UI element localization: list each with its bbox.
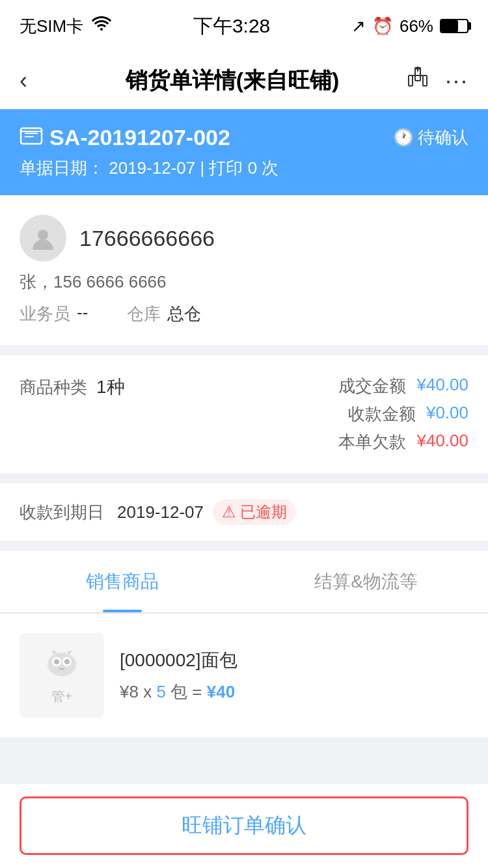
- overdue-text: 已逾期: [240, 502, 287, 522]
- customer-row: 17666666666: [20, 215, 468, 262]
- order-banner: SA-20191207-002 🕐 待确认 单据日期： 2019-12-07 |…: [0, 109, 488, 195]
- transaction-label: 成交金额: [338, 375, 406, 398]
- status-left: 无SIM卡: [20, 15, 112, 38]
- date-label: 单据日期：: [20, 158, 104, 178]
- tabs-section: 销售商品 结算&物流等: [0, 551, 488, 614]
- more-button[interactable]: ···: [445, 67, 468, 94]
- alarm-icon: ⏰: [372, 16, 393, 36]
- order-date-row: 单据日期： 2019-12-07 | 打印 0 次: [20, 157, 468, 180]
- salesperson-item: 业务员 --: [20, 303, 88, 325]
- nav-bar: ‹ 销货单详情(来自旺铺) ···: [0, 52, 488, 109]
- price-total: ¥40: [207, 682, 235, 701]
- owed-label: 本单欠款: [338, 431, 406, 454]
- overdue-badge: ⚠ 已逾期: [213, 499, 296, 525]
- status-time: 下午3:28: [193, 13, 270, 40]
- print-info: | 打印 0 次: [200, 158, 278, 178]
- svg-point-4: [38, 230, 48, 240]
- clock-icon: 🕐: [393, 128, 414, 148]
- brand-text: 管+: [51, 688, 72, 705]
- order-id-text: SA-20191207-002: [49, 125, 230, 150]
- salesperson-value: --: [77, 303, 88, 325]
- order-status: 🕐 待确认: [393, 126, 468, 149]
- svg-point-9: [64, 659, 70, 664]
- order-id-row: SA-20191207-002: [20, 125, 230, 150]
- summary-right: 成交金额 ¥40.00 收款金额 ¥0.00 本单欠款 ¥40.00: [338, 375, 468, 454]
- status-bar: 无SIM卡 下午3:28 ↗ ⏰ 66%: [0, 0, 488, 52]
- tab-settlement[interactable]: 结算&物流等: [244, 551, 488, 612]
- transaction-row: 成交金额 ¥40.00: [338, 375, 468, 398]
- tab-products[interactable]: 销售商品: [0, 551, 244, 612]
- bottom-bar: 旺铺订单确认: [0, 783, 488, 868]
- avatar: [20, 215, 66, 262]
- order-icon: [20, 125, 43, 150]
- due-date-label: 收款到期日: [20, 501, 104, 524]
- nav-actions: ···: [406, 66, 468, 95]
- customer-phone: 17666666666: [79, 226, 215, 251]
- page-title: 销货单详情(来自旺铺): [126, 66, 340, 96]
- tab-products-label: 销售商品: [86, 571, 159, 591]
- salesperson-label: 业务员: [20, 303, 70, 325]
- product-count: 1种: [96, 375, 125, 400]
- product-price: ¥8 x 5 包 = ¥40: [120, 681, 468, 703]
- unit: 包: [170, 682, 187, 701]
- owl-icon: [42, 646, 81, 685]
- order-banner-top: SA-20191207-002 🕐 待确认: [20, 125, 468, 150]
- svg-point-5: [47, 653, 76, 676]
- battery-icon: [440, 19, 468, 33]
- carrier-text: 无SIM卡: [20, 15, 83, 38]
- product-info: [0000002]面包 ¥8 x 5 包 = ¥40: [120, 648, 468, 703]
- received-row: 收款金额 ¥0.00: [348, 403, 468, 426]
- product-item: 管+ [0000002]面包 ¥8 x 5 包 = ¥40: [20, 633, 468, 718]
- location-icon: ↗: [351, 16, 366, 36]
- product-section: 管+ [0000002]面包 ¥8 x 5 包 = ¥40: [0, 614, 488, 737]
- svg-rect-0: [409, 75, 413, 86]
- customer-meta: 业务员 -- 仓库 总仓: [20, 303, 468, 325]
- tabs-row: 销售商品 结算&物流等: [0, 551, 488, 613]
- customer-name-info: 张，156 6666 6666: [20, 271, 468, 293]
- order-date: 2019-12-07: [109, 158, 195, 178]
- svg-rect-1: [423, 75, 427, 86]
- due-date-section: 收款到期日 2019-12-07 ⚠ 已逾期: [0, 483, 488, 541]
- owed-amount: ¥40.00: [416, 431, 468, 454]
- warning-icon: ⚠: [222, 503, 236, 521]
- share-button[interactable]: [406, 66, 429, 95]
- customer-section: 17666666666 张，156 6666 6666 业务员 -- 仓库 总仓: [0, 195, 488, 345]
- unit-price: ¥8: [120, 682, 139, 701]
- warehouse-item: 仓库 总仓: [127, 303, 201, 325]
- quantity: 5: [156, 682, 165, 701]
- product-thumbnail: 管+: [20, 633, 104, 718]
- warehouse-value: 总仓: [167, 303, 201, 325]
- product-thumb-inner: 管+: [42, 646, 81, 705]
- summary-left: 商品种类 1种: [20, 375, 338, 400]
- status-text: 待确认: [418, 126, 468, 149]
- product-type-label: 商品种类: [20, 376, 87, 399]
- warehouse-label: 仓库: [127, 303, 161, 325]
- wifi-icon: [91, 16, 112, 36]
- tab-settlement-label: 结算&物流等: [314, 571, 418, 591]
- svg-point-8: [54, 659, 59, 664]
- status-right: ↗ ⏰ 66%: [351, 16, 468, 36]
- received-label: 收款金额: [348, 403, 416, 426]
- due-date-value: 2019-12-07: [117, 502, 204, 522]
- confirm-button[interactable]: 旺铺订单确认: [20, 796, 468, 855]
- transaction-amount: ¥40.00: [416, 375, 468, 398]
- received-amount: ¥0.00: [426, 403, 468, 426]
- product-name: [0000002]面包: [120, 648, 468, 673]
- summary-section: 商品种类 1种 成交金额 ¥40.00 收款金额 ¥0.00 本单欠款 ¥40.…: [0, 355, 488, 473]
- owed-row: 本单欠款 ¥40.00: [338, 431, 468, 454]
- battery-percent: 66%: [400, 16, 433, 36]
- back-button[interactable]: ‹: [20, 67, 59, 94]
